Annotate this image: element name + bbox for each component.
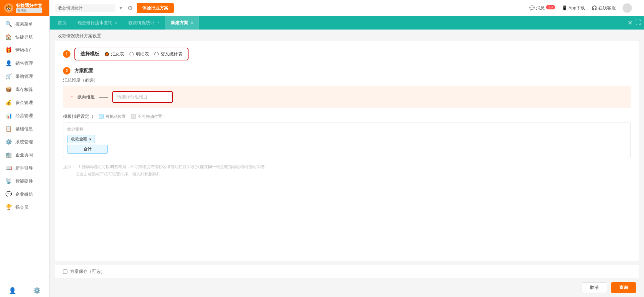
vertical-dim-label: 纵向维度 [77,94,95,100]
legend-fixed-label: 不可拖动位置） [138,114,166,119]
dimension-select[interactable]: 请选择分组维度 [112,91,173,103]
smart-hw-icon: 📡 [5,178,12,184]
tab-close-all-icon[interactable]: ✕ [628,19,633,27]
header-right: 💬 消息 99+ 📱 App下载 🎧 在线客服 [529,3,639,13]
stats-label: 统计指标 [67,127,626,132]
basic-info-icon: 📋 [5,126,12,132]
online-service-btn[interactable]: 🎧 在线客服 [592,5,616,11]
radio-cross[interactable]: 交叉统计表 [154,51,182,57]
sidebar-bottom-user[interactable]: 👤 [9,287,16,294]
sidebar-bottom-settings[interactable]: ⚙️ [33,287,41,294]
sidebar-item-system[interactable]: ⚙️ 系统管理 [0,135,49,148]
sidebar-item-label: 企业微信 [15,191,33,197]
sidebar-item-inventory[interactable]: 📦 库存核算 [0,83,49,96]
tab-bank-flow-close[interactable]: × [115,20,117,25]
avatar[interactable] [623,3,632,13]
indicators-section: 模板指标设定（ 可拖动位置 不可拖动位置） 统计指标 收 [63,113,631,158]
sidebar-item-purchase[interactable]: 🛒 采购管理 [0,70,49,83]
tab-bar-actions: ✕ ⛶ [628,19,641,27]
step2-badge: 2 [63,67,70,75]
radio-summary-input[interactable] [105,52,109,56]
tab-bar: 首页 现金银行流水查询 × 收款情况统计 × 新建方案 × ✕ ⛶ [50,16,644,30]
save-row: 方案保存（可选） [55,265,639,278]
page-title-bar: 收款情况统计方案设置 [50,30,644,41]
sidebar-item-guide[interactable]: 📖 新手引导 [0,161,49,175]
step1-row: 1 选择模板 汇总表 明细表 交叉统计表 [63,48,631,60]
step1-title: 选择模板 [80,51,99,57]
app-name: 畅捷通好生意 [16,3,42,8]
sidebar-item-label: 基础信息 [15,126,33,132]
tag-collection-amount[interactable]: 收款金额 ▾ [67,135,95,143]
sidebar-item-operations[interactable]: 📊 经营管理 [0,109,49,122]
tab-bank-flow[interactable]: 现金银行流水查询 × [72,16,123,30]
tab-collection-stats-label: 收款情况统计 [128,20,155,26]
settings-icon: ⚙️ [33,287,41,294]
sales-icon: 👤 [5,60,12,66]
stats-area: 统计指标 收款金额 ▾ 合计 [63,122,631,158]
breadcrumb-input[interactable] [55,4,115,12]
gear-icon[interactable]: ⚙ [127,4,133,12]
sidebar-item-enterprise[interactable]: 🏢 企业协同 [0,148,49,161]
sidebar-item-label: 企业协同 [15,152,33,158]
tab-home[interactable]: 首页 [52,16,72,30]
sidebar-item-label: 系统管理 [15,139,33,145]
app-logo-icon: 🐯 [4,3,13,13]
download-label: App下载 [569,5,585,11]
sidebar-item-member[interactable]: 🏆 畅会员 [0,201,49,214]
sidebar-item-basic-info[interactable]: 📋 基础信息 [0,122,49,135]
sidebar-item-quick-nav[interactable]: 🏠 快捷导航 [0,31,49,44]
sidebar-item-smart-hw[interactable]: 📡 智能硬件 [0,175,49,188]
sidebar-item-finance[interactable]: 💰 资金管理 [0,96,49,109]
save-checkbox[interactable] [63,269,67,274]
sidebar-item-label: 库存核算 [15,87,33,93]
enterprise-icon: 🏢 [5,152,12,158]
indicators-header-label: 模板指标设定（ [63,113,94,119]
query-button[interactable]: 查询 [611,282,636,293]
trial-btn[interactable]: 体验行业方案 [137,3,174,13]
search-menu-icon: 🔍 [5,21,12,27]
notification-btn[interactable]: 💬 消息 99+ [529,5,555,11]
sidebar-bottom: 👤 ⚙️ [0,284,49,297]
sidebar-item-sales[interactable]: 👤 销售管理 [0,57,49,70]
service-icon: 🎧 [592,5,597,10]
legend-draggable-label: 可拖动位置 [106,114,126,119]
tab-new-plan-close[interactable]: × [191,20,193,25]
breadcrumb-dropdown-btn[interactable]: ▾ [119,5,122,11]
member-icon: 🏆 [5,204,12,210]
purchase-icon: 🛒 [5,73,12,80]
app-edition: 标准版 [16,8,42,13]
legend-fixed: 不可拖动位置） [131,114,166,119]
sidebar-item-search-menu[interactable]: 🔍 搜索菜单 [0,17,49,31]
tab-expand-icon[interactable]: ⛶ [635,19,641,27]
sidebar-item-label: 经营管理 [15,113,33,119]
hint-line-2: 2.点击标题栏下拉可设置排序、插入列和删除列 [63,171,631,178]
tab-collection-stats-close[interactable]: × [157,20,160,25]
top-header: ▾ ⚙ 体验行业方案 💬 消息 99+ 📱 App下载 🎧 在线客服 [50,0,644,16]
app-download-btn[interactable]: 📱 App下载 [562,5,585,11]
tab-home-label: 首页 [58,20,66,26]
user-icon: 👤 [9,287,16,294]
cancel-button[interactable]: 取消 [582,282,607,293]
tag-label: 收款金额 [71,136,87,142]
sidebar-nav: 🔍 搜索菜单🏠 快捷导航🎁 营销推广👤 销售管理🛒 采购管理📦 库存核算💰 资金… [0,16,49,284]
legend-draggable-dot [99,114,104,119]
step2-section: 2 方案配置 汇总维度（必选） * 纵向维度 —— 请选择分组维度 [63,67,631,178]
sidebar-item-marketing[interactable]: 🎁 营销推广 [0,44,49,57]
step1-template-select: 选择模板 汇总表 明细表 交叉统计表 [74,48,189,60]
bottom-bar: 取消 查询 [50,278,644,297]
radio-detail[interactable]: 明细表 [129,51,149,57]
main-area: ▾ ⚙ 体验行业方案 💬 消息 99+ 📱 App下载 🎧 在线客服 首页 [50,0,644,297]
tab-bank-flow-label: 现金银行流水查询 [77,20,112,26]
tab-collection-stats[interactable]: 收款情况统计 × [123,16,165,30]
tab-new-plan[interactable]: 新建方案 × [165,16,199,30]
required-star: * [71,95,73,100]
tag-total-row: 合计 [67,145,626,154]
sidebar-item-wechat[interactable]: 💬 企业微信 [0,188,49,201]
service-label: 在线客服 [598,5,616,11]
dimension-box: * 纵向维度 —— 请选择分组维度 [63,86,631,108]
radio-detail-label: 明细表 [136,51,149,57]
radio-cross-input[interactable] [154,52,159,56]
tab-new-plan-label: 新建方案 [171,20,188,26]
radio-summary[interactable]: 汇总表 [105,51,124,57]
radio-detail-input[interactable] [129,52,134,56]
